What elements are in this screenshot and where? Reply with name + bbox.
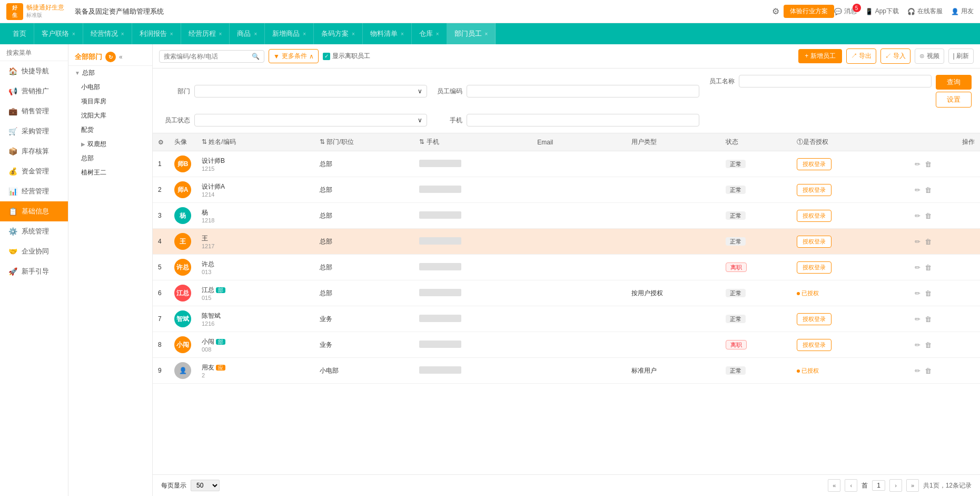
sidebar-item-guide[interactable]: 🚀 新手引导 xyxy=(0,261,68,281)
close-icon[interactable]: × xyxy=(219,31,222,37)
tab-goods[interactable]: 商品 × xyxy=(230,23,265,44)
dept-node-headquarter-root[interactable]: ▼总部 xyxy=(68,66,152,80)
export-button[interactable]: ↗ 导出 xyxy=(846,48,876,64)
page-prev-button[interactable]: ‹ xyxy=(845,479,857,492)
auth-button[interactable]: 授权登录 xyxy=(797,210,831,222)
close-icon[interactable]: × xyxy=(170,31,173,37)
col-auth[interactable]: 授权登录 xyxy=(791,306,909,332)
dept-refresh-button[interactable]: ↻ xyxy=(105,52,116,62)
col-auth[interactable]: 授权登录 xyxy=(791,177,909,203)
col-auth[interactable]: 授权登录 xyxy=(791,255,909,280)
sidebar-item-collab[interactable]: 🤝 企业协同 xyxy=(0,241,68,261)
tab-employees[interactable]: 部门员工 × xyxy=(447,23,496,44)
close-icon[interactable]: × xyxy=(121,31,124,37)
delete-icon[interactable]: 🗑 xyxy=(925,341,932,349)
auth-button[interactable]: 授权登录 xyxy=(797,339,831,351)
edit-icon[interactable]: ✏ xyxy=(915,264,920,271)
emp-code-input[interactable] xyxy=(467,85,699,98)
close-icon[interactable]: × xyxy=(401,31,404,37)
tab-warehouse[interactable]: 仓库 × xyxy=(412,23,447,44)
col-auth[interactable]: 授权登录 xyxy=(791,203,909,229)
delete-icon[interactable]: 🗑 xyxy=(925,238,932,246)
more-filter-button[interactable]: ▼ 更多条件 ∧ xyxy=(269,49,319,63)
edit-icon[interactable]: ✏ xyxy=(915,212,920,220)
sidebar-item-purchase[interactable]: 🛒 采购管理 xyxy=(0,121,68,141)
emp-status-select[interactable]: ∨ xyxy=(194,114,427,127)
edit-icon[interactable]: ✏ xyxy=(915,186,920,194)
dept-node-distribution[interactable]: 配货 xyxy=(68,123,152,137)
user-action[interactable]: 👤 用友 xyxy=(951,7,974,16)
col-auth[interactable]: 授权登录 xyxy=(791,229,909,255)
sidebar-item-sales[interactable]: 💼 销售管理 xyxy=(0,101,68,121)
tab-profit[interactable]: 利润报告 × xyxy=(132,23,181,44)
gear-button[interactable]: ⚙ xyxy=(772,6,779,16)
search-field[interactable]: 🔍 xyxy=(159,50,264,63)
dept-node-hq[interactable]: 总部 xyxy=(68,151,152,166)
tab-history[interactable]: 经营历程 × xyxy=(181,23,230,44)
dept-node-shenyang[interactable]: 沈阳大库 xyxy=(68,109,152,123)
edit-icon[interactable]: ✏ xyxy=(915,367,920,375)
tab-bom[interactable]: 物料清单 × xyxy=(363,23,412,44)
dept-node-project[interactable]: 项目库房 xyxy=(68,94,152,109)
dept-select[interactable]: ∨ xyxy=(194,85,427,98)
online-service-action[interactable]: 🎧 在线客服 xyxy=(907,7,943,16)
print-button[interactable]: | 刷新 xyxy=(948,48,974,64)
col-settings[interactable]: ⚙ xyxy=(153,133,169,151)
auth-button[interactable]: 授权登录 xyxy=(797,261,831,274)
edit-icon[interactable]: ✏ xyxy=(915,160,920,168)
emp-name-input[interactable] xyxy=(739,75,932,87)
edit-icon[interactable]: ✏ xyxy=(915,341,920,349)
app-download-action[interactable]: 📱 App下载 xyxy=(865,7,899,16)
set-button[interactable]: 设置 xyxy=(936,92,972,108)
auth-button[interactable]: 授权登录 xyxy=(797,236,831,248)
sidebar-item-inventory[interactable]: 📦 库存核算 xyxy=(0,141,68,161)
page-last-button[interactable]: » xyxy=(906,479,919,492)
trial-button[interactable]: 体验行业方案 xyxy=(784,5,834,18)
auth-button[interactable]: 授权登录 xyxy=(797,313,831,325)
tab-add-goods[interactable]: 新增商品 × xyxy=(265,23,314,44)
delete-icon[interactable]: 🗑 xyxy=(925,367,932,375)
dept-node-shuanglu[interactable]: ▶双鹿想 xyxy=(68,137,152,151)
show-resigned-toggle[interactable]: ✓ 显示离职员工 xyxy=(323,52,370,61)
query-button[interactable]: 查询 xyxy=(936,75,972,90)
sidebar-item-quicknav[interactable]: 🏠 快捷导航 xyxy=(0,61,68,81)
sidebar-item-finance[interactable]: 💰 资金管理 xyxy=(0,161,68,181)
auth-button[interactable]: 授权登录 xyxy=(797,184,831,196)
delete-icon[interactable]: 🗑 xyxy=(925,315,932,323)
delete-icon[interactable]: 🗑 xyxy=(925,264,932,271)
close-icon[interactable]: × xyxy=(485,31,488,37)
delete-icon[interactable]: 🗑 xyxy=(925,289,932,297)
sidebar-item-manage[interactable]: 📊 经营管理 xyxy=(0,181,68,201)
close-icon[interactable]: × xyxy=(303,31,306,37)
sidebar-item-basic[interactable]: 📋 基础信息 xyxy=(0,201,68,221)
search-input[interactable] xyxy=(164,53,250,60)
sidebar-item-system[interactable]: ⚙️ 系统管理 xyxy=(0,221,68,241)
col-phone-header[interactable]: ⇅ 手机 xyxy=(414,133,532,151)
edit-icon[interactable]: ✏ xyxy=(915,289,920,297)
dept-collapse-button[interactable]: « xyxy=(119,53,123,61)
col-auth[interactable]: 授权登录 xyxy=(791,332,909,358)
col-name-header[interactable]: ⇅ 姓名/编码 xyxy=(196,133,314,151)
add-employee-button[interactable]: + 新增员工 xyxy=(798,49,842,63)
tab-operation[interactable]: 经营情况 × xyxy=(83,23,132,44)
delete-icon[interactable]: 🗑 xyxy=(925,212,932,220)
close-icon[interactable]: × xyxy=(352,31,355,37)
per-page-select[interactable]: 50 20 100 xyxy=(191,480,220,491)
auth-button[interactable]: 授权登录 xyxy=(797,158,831,170)
dept-node-plant[interactable]: 植树王二 xyxy=(68,166,152,180)
dept-node-small-elec[interactable]: 小电部 xyxy=(68,80,152,94)
close-icon[interactable]: × xyxy=(72,31,75,37)
col-auth[interactable]: 授权登录 xyxy=(791,151,909,177)
tab-barcode[interactable]: 条码方案 × xyxy=(314,23,363,44)
sidebar-search-input[interactable] xyxy=(6,49,68,56)
import-button[interactable]: ↙ 导入 xyxy=(880,48,910,64)
tab-customer[interactable]: 客户联络 × xyxy=(34,23,83,44)
view-button[interactable]: ⊙ 视频 xyxy=(915,48,944,64)
message-action[interactable]: 💬 消息 5 xyxy=(834,7,857,16)
phone-input[interactable] xyxy=(467,114,699,127)
tab-home[interactable]: 首页 xyxy=(5,23,34,44)
sidebar-item-marketing[interactable]: 📢 营销推广 xyxy=(0,81,68,101)
close-icon[interactable]: × xyxy=(254,31,257,37)
edit-icon[interactable]: ✏ xyxy=(915,315,920,323)
edit-icon[interactable]: ✏ xyxy=(915,238,920,246)
